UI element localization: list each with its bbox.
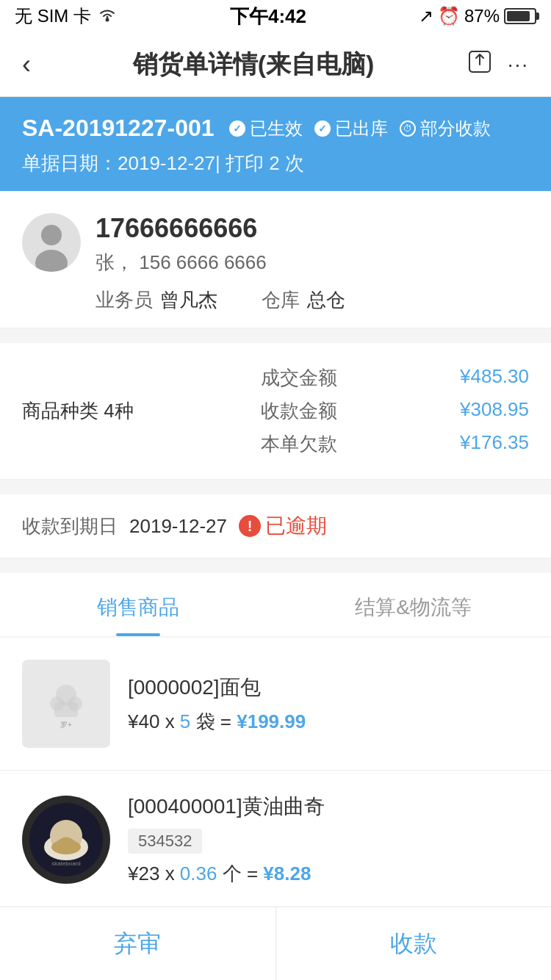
- summary-right: 成交金额 ¥485.30 收款金额 ¥308.95 本单欠款 ¥176.35: [261, 365, 529, 457]
- product-list: 罗+ [0000002]面包 ¥40 x 5 袋 = ¥199.99: [0, 638, 551, 909]
- due-label: 收款到期日: [22, 514, 118, 539]
- due-section: 收款到期日 2019-12-27 ! 已逾期: [0, 494, 551, 558]
- avatar-icon: [22, 213, 81, 272]
- wifi-icon: [97, 6, 118, 26]
- customer-section: 17666666666 张， 156 6666 6666 业务员 曾凡杰 仓库 …: [0, 191, 551, 328]
- tab-sales-products[interactable]: 销售商品: [0, 573, 276, 636]
- product-info-1: [0000002]面包 ¥40 x 5 袋 = ¥199.99: [128, 674, 529, 735]
- overdue-text: 已逾期: [265, 512, 327, 540]
- status-bar: 无 SIM 卡 下午4:42 ↗ ⏰ 87%: [0, 0, 551, 32]
- warehouse-meta: 仓库 总仓: [262, 287, 345, 313]
- product-name-1: [0000002]面包: [128, 674, 529, 702]
- customer-avatar: [22, 213, 81, 272]
- product-thumb-1: 罗+: [22, 660, 110, 748]
- battery-icon: [504, 8, 536, 24]
- carrier-text: 无 SIM 卡: [15, 4, 91, 28]
- badge-effective: ✓ 已生效: [229, 117, 303, 140]
- check-icon-2: ✓: [314, 120, 331, 137]
- status-left: 无 SIM 卡: [15, 4, 118, 28]
- product-info-2: [000400001]黄油曲奇 534532 ¥23 x 0.36 个 = ¥8…: [128, 793, 529, 887]
- status-right: ↗ ⏰ 87%: [419, 6, 536, 26]
- product-item: 罗+ [0000002]面包 ¥40 x 5 袋 = ¥199.99: [0, 638, 551, 771]
- deal-amount: ¥485.30: [460, 365, 529, 391]
- product-name-2: [000400001]黄油曲奇: [128, 793, 529, 821]
- page-title: 销货单详情(来自电脑): [66, 48, 441, 82]
- svg-text:skateboard: skateboard: [51, 860, 81, 867]
- received-row: 收款金额 ¥308.95: [261, 398, 529, 424]
- check-icon-1: ✓: [229, 120, 245, 137]
- back-button[interactable]: ‹: [22, 49, 66, 80]
- product-image-icon: skateboard: [29, 803, 103, 876]
- svg-point-13: [51, 840, 81, 854]
- customer-name: 张， 156 6666 6666: [96, 250, 529, 275]
- owed-row: 本单欠款 ¥176.35: [261, 431, 529, 457]
- product-price-1: ¥40 x 5 袋 = ¥199.99: [128, 709, 529, 735]
- tabs-section: 销售商品 结算&物流等: [0, 573, 551, 636]
- share-button[interactable]: [467, 48, 493, 81]
- bottom-bar: 弃审 收款: [0, 907, 551, 980]
- owed-amount: ¥176.35: [460, 431, 529, 457]
- sales-meta: 业务员 曾凡杰: [96, 287, 217, 313]
- warehouse-name: 总仓: [307, 287, 345, 313]
- product-price-2: ¥23 x 0.36 个 = ¥8.28: [128, 861, 529, 887]
- customer-info: 17666666666 张， 156 6666 6666 业务员 曾凡杰 仓库 …: [96, 213, 529, 313]
- nav-actions: ···: [441, 48, 529, 81]
- location-icon: ↗: [419, 6, 433, 26]
- alarm-icon: ⏰: [438, 6, 460, 26]
- product-thumb-2: skateboard: [22, 796, 110, 884]
- summary-section: 商品种类 4种 成交金额 ¥485.30 收款金额 ¥308.95 本单欠款 ¥…: [0, 343, 551, 480]
- order-date: 单据日期：2019-12-27| 打印 2 次: [22, 151, 529, 176]
- product-placeholder-icon: 罗+: [37, 674, 96, 733]
- order-banner: SA-20191227-001 ✓ 已生效 ✓ 已出库 ⏱ 部分收款 单据日期：…: [0, 97, 551, 191]
- received-amount: ¥308.95: [460, 398, 529, 424]
- svg-point-3: [41, 225, 62, 245]
- deal-amount-row: 成交金额 ¥485.30: [261, 365, 529, 391]
- clock-icon: ⏱: [400, 120, 416, 137]
- tabs-bar: 销售商品 结算&物流等: [0, 573, 551, 636]
- category-info: 商品种类 4种: [22, 398, 246, 424]
- product-sku: 534532: [128, 829, 202, 854]
- customer-id: 17666666666: [96, 213, 529, 244]
- product-item-2: skateboard [000400001]黄油曲奇 534532 ¥23 x …: [0, 771, 551, 909]
- overdue-badge: ! 已逾期: [239, 512, 327, 540]
- badge-partial-payment: ⏱ 部分收款: [400, 117, 491, 140]
- order-badges: ✓ 已生效 ✓ 已出库 ⏱ 部分收款: [229, 117, 491, 140]
- cancel-button[interactable]: 弃审: [0, 907, 276, 980]
- sales-name: 曾凡杰: [160, 287, 217, 313]
- summary-left: 商品种类 4种: [22, 365, 246, 457]
- svg-text:罗+: 罗+: [60, 721, 72, 729]
- due-date: 2019-12-27: [129, 515, 227, 538]
- customer-meta: 业务员 曾凡杰 仓库 总仓: [96, 287, 529, 313]
- svg-rect-8: [54, 702, 78, 717]
- status-time: 下午4:42: [230, 4, 306, 29]
- order-number: SA-20191227-001: [22, 115, 215, 142]
- tab-settlement-logistics[interactable]: 结算&物流等: [276, 573, 551, 636]
- confirm-button[interactable]: 收款: [276, 907, 552, 980]
- battery-percent: 87%: [464, 6, 500, 26]
- badge-shipped: ✓ 已出库: [314, 117, 388, 140]
- svg-point-0: [106, 18, 109, 22]
- nav-bar: ‹ 销货单详情(来自电脑) ···: [0, 32, 551, 97]
- more-button[interactable]: ···: [508, 53, 529, 76]
- overdue-icon: !: [239, 515, 261, 537]
